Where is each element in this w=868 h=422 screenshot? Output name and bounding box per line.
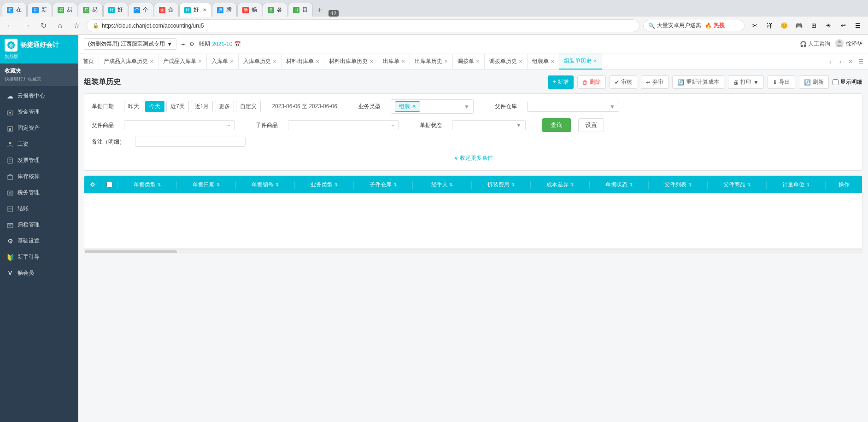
- table-settings-icon[interactable]: [84, 181, 101, 188]
- horizontal-scrollbar[interactable]: [84, 249, 862, 254]
- add-company-btn[interactable]: +: [181, 40, 185, 48]
- tab-out-history[interactable]: 出库单历史 ✕: [410, 54, 453, 69]
- th-handler[interactable]: 经手人 ⇅: [412, 181, 471, 189]
- back-button[interactable]: ←: [4, 19, 17, 32]
- sidebar-item-close-account[interactable]: 结账: [0, 201, 78, 217]
- help-button[interactable]: 🎧 人工咨询: [800, 40, 830, 48]
- close-finished-history[interactable]: ✕: [150, 59, 153, 64]
- sidebar-item-fund[interactable]: 资金管理: [0, 104, 78, 120]
- parent-goods-input[interactable]: [128, 122, 226, 128]
- new-tab-button[interactable]: +: [313, 4, 326, 17]
- date-btn-yesterday[interactable]: 昨天: [124, 101, 143, 112]
- th-disassembly-fee[interactable]: 拆装费用 ⇅: [471, 181, 530, 189]
- sidebar-item-payroll[interactable]: 工资: [0, 136, 78, 152]
- bookmark-button[interactable]: ☆: [70, 19, 83, 32]
- close-stock-in[interactable]: ✕: [230, 59, 234, 64]
- company-selector[interactable]: (勿删勿禁用) 江西服宝测试专用 ▼: [84, 38, 176, 50]
- tab-material-out[interactable]: 材料出库单 ✕: [282, 54, 324, 69]
- show-detail-checkbox[interactable]: [833, 79, 839, 85]
- reload-button[interactable]: ↻: [37, 19, 50, 32]
- table-select-all[interactable]: [101, 182, 117, 188]
- tab-8[interactable]: 腾 腾: [212, 3, 237, 17]
- tab-6[interactable]: 企 企: [154, 3, 179, 17]
- set-button[interactable]: 设置: [578, 118, 604, 132]
- nav-close-all[interactable]: ✕: [846, 57, 855, 66]
- query-button[interactable]: 查询: [542, 118, 571, 132]
- tab-material-out-history[interactable]: 材料出库单历史 ✕: [324, 54, 378, 69]
- sidebar-item-cloud-report[interactable]: ☁ 云报表中心: [0, 88, 78, 104]
- sidebar-favorites[interactable]: 收藏夹 快捷键打开收藏夹: [0, 64, 78, 86]
- refresh-button[interactable]: 🔃 刷新: [799, 75, 829, 89]
- tab-1[interactable]: 新 新: [27, 3, 52, 17]
- tab-7[interactable]: 好 好 ✕: [179, 3, 211, 17]
- close-assemble-history[interactable]: ✕: [593, 58, 597, 64]
- collapse-bar[interactable]: ∧ 收起更多条件: [92, 151, 855, 165]
- tab-4[interactable]: 好 好: [103, 3, 128, 17]
- close-transfer[interactable]: ✕: [476, 59, 480, 64]
- th-parent-list[interactable]: 父件列表 ⇅: [648, 181, 707, 189]
- print-button[interactable]: 🖨 打印 ▼: [728, 75, 764, 89]
- sidebar-item-tax[interactable]: 税 税务管理: [0, 185, 78, 201]
- tab-finished-history[interactable]: 产成品入库单历史 ✕: [99, 54, 158, 69]
- grid-icon[interactable]: ⊞: [807, 19, 820, 32]
- sidebar-item-member[interactable]: V 畅会员: [0, 265, 78, 281]
- parent-warehouse-dropdown[interactable]: ▼: [610, 104, 615, 110]
- biz-type-tag-close[interactable]: ✕: [412, 104, 416, 110]
- tab-close-7[interactable]: ✕: [203, 7, 206, 12]
- nav-menu-arrow[interactable]: ☰: [856, 57, 865, 66]
- sidebar-item-invoice[interactable]: 发票管理: [0, 152, 78, 168]
- home-button[interactable]: ⌂: [53, 19, 66, 32]
- remark-input[interactable]: [139, 139, 241, 145]
- th-parent-goods[interactable]: 父件商品 ⇅: [707, 181, 766, 189]
- bill-status-filter[interactable]: ▼: [452, 120, 526, 130]
- child-goods-input[interactable]: [292, 122, 390, 128]
- tab-transfer[interactable]: 调拨单 ✕: [453, 54, 485, 69]
- sidebar-item-guide[interactable]: 🔰 新手引导: [0, 249, 78, 265]
- settings-btn[interactable]: ⚙: [189, 41, 194, 47]
- tab-stock-in-history[interactable]: 入库单历史 ✕: [239, 54, 282, 69]
- sidebar-item-settings[interactable]: ⚙ 基础设置: [0, 233, 78, 249]
- date-btn-custom[interactable]: 自定义: [236, 101, 261, 112]
- close-material-out-history[interactable]: ✕: [369, 59, 373, 64]
- tab-assemble[interactable]: 组装单 ✕: [528, 54, 559, 69]
- sidebar-item-fixed-assets[interactable]: 固定资产: [0, 120, 78, 136]
- tab-out[interactable]: 出库单 ✕: [378, 54, 410, 69]
- th-unit[interactable]: 计量单位 ⇅: [766, 181, 825, 189]
- tab-3[interactable]: 易 易: [78, 3, 103, 17]
- date-btn-today[interactable]: 今天: [145, 101, 164, 112]
- date-btn-1month[interactable]: 近1月: [191, 101, 213, 112]
- tab-stock-in[interactable]: 入库单 ✕: [207, 54, 239, 69]
- scroll-thumb[interactable]: [85, 250, 177, 253]
- remark-filter[interactable]: [135, 137, 246, 147]
- child-goods-filter[interactable]: ···: [288, 120, 399, 130]
- parent-goods-filter[interactable]: ···: [124, 120, 235, 130]
- tab-assemble-history[interactable]: 组装单历史 ✕: [559, 53, 602, 69]
- close-stock-in-history[interactable]: ✕: [273, 59, 276, 64]
- undo-icon[interactable]: ↩: [837, 19, 850, 32]
- close-material-out[interactable]: ✕: [316, 59, 319, 64]
- close-finished[interactable]: ✕: [198, 59, 202, 64]
- sidebar-item-archive[interactable]: 归档管理: [0, 217, 78, 233]
- sidebar-item-inventory[interactable]: 库存核算: [0, 168, 78, 185]
- select-all-checkbox[interactable]: [106, 182, 112, 188]
- biz-type-dropdown-arrow[interactable]: ▼: [464, 104, 469, 110]
- tab-9[interactable]: 畅 畅: [237, 3, 262, 17]
- delete-button[interactable]: 🗑 删除: [577, 75, 606, 89]
- export-button[interactable]: ⬇ 导出: [768, 75, 795, 89]
- tab-finished[interactable]: 产成品入库单 ✕: [158, 54, 207, 69]
- close-out[interactable]: ✕: [401, 59, 405, 64]
- th-bill-date[interactable]: 单据日期 ⇅: [176, 181, 235, 189]
- recalc-button[interactable]: 🔄 重新计算成本: [672, 75, 724, 89]
- tab-5[interactable]: 个 个: [129, 3, 153, 17]
- game-icon[interactable]: 🎮: [792, 19, 805, 32]
- scissors-icon[interactable]: ✂: [748, 19, 761, 32]
- close-assemble[interactable]: ✕: [551, 59, 554, 64]
- period-selector[interactable]: 账期 2021-10 📅: [199, 40, 241, 48]
- nav-prev-arrow[interactable]: ‹: [826, 57, 835, 66]
- tab-2[interactable]: 易 易: [53, 3, 77, 17]
- brightness-icon[interactable]: ☀: [822, 19, 835, 32]
- biz-type-filter[interactable]: 组装 ✕ ▼: [391, 99, 474, 114]
- new-button[interactable]: + 新增: [548, 75, 574, 89]
- th-bill-status[interactable]: 单据状态 ⇅: [589, 181, 648, 189]
- th-cost-diff[interactable]: 成本差异 ⇅: [530, 181, 589, 189]
